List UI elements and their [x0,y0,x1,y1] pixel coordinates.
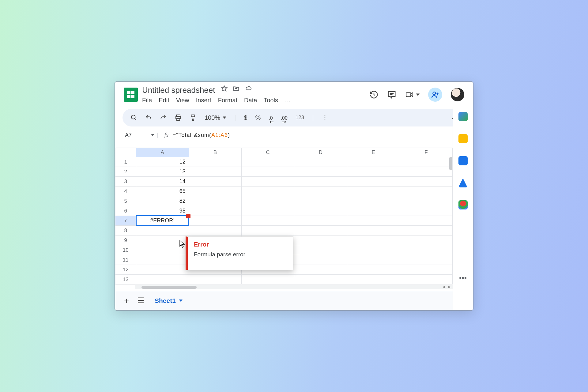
row-header-3[interactable]: 3 [115,177,136,187]
col-header-C[interactable]: C [242,148,294,157]
cell-D7[interactable] [294,216,347,226]
cell-E13[interactable] [347,275,400,285]
cell-F9[interactable] [400,236,452,245]
cell-E9[interactable] [347,236,400,245]
row-header-9[interactable]: 9 [115,236,136,245]
cell-B5[interactable] [189,196,241,206]
doc-title[interactable]: Untitled spreadsheet [142,85,215,95]
add-sheet-icon[interactable]: ＋ [123,295,130,306]
cell-A5[interactable]: 82 [136,196,189,206]
search-menus-icon[interactable] [130,114,137,121]
cell-D13[interactable] [294,275,347,285]
cell-B7[interactable] [189,216,241,226]
history-icon[interactable] [369,90,379,99]
number-format[interactable]: 123 [296,115,304,121]
cell-C13[interactable] [242,275,294,285]
row-header-13[interactable]: 13 [115,275,136,285]
cell-E10[interactable] [347,245,400,255]
cell-C4[interactable] [242,187,294,196]
cell-D1[interactable] [294,157,347,167]
decrease-decimal-icon[interactable]: .0 [269,114,273,121]
menu-format[interactable]: Format [218,97,237,104]
cell-E2[interactable] [347,167,400,177]
keep-app-icon[interactable] [458,134,468,143]
cell-A3[interactable]: 14 [136,177,189,187]
cell-E12[interactable] [347,265,400,275]
maps-app-icon[interactable] [458,200,468,209]
cloud-status-icon[interactable] [245,85,253,92]
cell-B1[interactable] [189,157,241,167]
all-sheets-icon[interactable]: ☰ [137,296,144,305]
cell-B2[interactable] [189,167,241,177]
cell-D4[interactable] [294,187,347,196]
comments-icon[interactable] [387,90,396,99]
redo-icon[interactable] [160,114,167,121]
cell-B4[interactable] [189,187,241,196]
select-all-corner[interactable] [115,148,136,157]
cell-B13[interactable] [189,275,241,285]
cell-F4[interactable] [400,187,452,196]
star-icon[interactable] [221,85,228,92]
menu-file[interactable]: File [142,97,152,104]
cell-D12[interactable] [294,265,347,275]
contacts-app-icon[interactable] [458,178,468,187]
sheets-logo[interactable] [124,88,138,102]
horizontal-scrollbar[interactable]: ◄ ► [135,285,453,289]
cell-E6[interactable] [347,206,400,216]
hscroll-left-icon[interactable]: ◄ [442,285,446,289]
sheet-tab-menu-icon[interactable] [179,299,183,302]
cell-B8[interactable] [189,226,241,236]
row-header-10[interactable]: 10 [115,245,136,255]
row-header-2[interactable]: 2 [115,167,136,177]
cell-F12[interactable] [400,265,452,275]
cell-D10[interactable] [294,245,347,255]
cell-A13[interactable] [136,275,189,285]
cell-B6[interactable] [189,206,241,216]
cell-E7[interactable] [347,216,400,226]
undo-icon[interactable] [145,114,152,121]
meet-icon[interactable] [405,91,420,99]
move-folder-icon[interactable] [232,85,240,92]
share-button[interactable] [428,88,442,102]
cell-E5[interactable] [347,196,400,206]
cell-C7[interactable] [242,216,294,226]
hscroll-thumb[interactable] [141,286,197,289]
cell-C2[interactable] [242,167,294,177]
row-header-1[interactable]: 1 [115,157,136,167]
print-icon[interactable] [175,114,182,121]
cell-A2[interactable]: 13 [136,167,189,177]
cell-D3[interactable] [294,177,347,187]
col-header-D[interactable]: D [294,148,347,157]
sheet-tab-sheet1[interactable]: Sheet1 [151,295,186,306]
menu-data[interactable]: Data [244,97,257,104]
row-header-4[interactable]: 4 [115,187,136,196]
hscroll-right-icon[interactable]: ► [447,285,451,289]
cell-F13[interactable] [400,275,452,285]
tasks-app-icon[interactable] [458,156,468,165]
account-avatar[interactable] [451,88,464,101]
cell-C1[interactable] [242,157,294,167]
cell-A7[interactable]: #ERROR! [136,216,189,226]
menu-tools[interactable]: Tools [264,97,278,104]
cell-F5[interactable] [400,196,452,206]
cell-D11[interactable] [294,255,347,265]
row-header-8[interactable]: 8 [115,226,136,236]
cell-D2[interactable] [294,167,347,177]
calendar-app-icon[interactable] [458,112,468,121]
cell-E8[interactable] [347,226,400,236]
cell-F11[interactable] [400,255,452,265]
menu-edit[interactable]: Edit [159,97,169,104]
row-header-6[interactable]: 6 [115,206,136,216]
cell-E4[interactable] [347,187,400,196]
cell-F3[interactable] [400,177,452,187]
formula-input[interactable]: ="Total"&sum(A1:A6) [173,132,230,138]
cell-A12[interactable] [136,265,189,275]
cell-B3[interactable] [189,177,241,187]
vscroll-thumb[interactable] [449,157,452,170]
cell-A1[interactable]: 12 [136,157,189,167]
cell-A8[interactable] [136,226,189,236]
cell-D6[interactable] [294,206,347,216]
cell-C8[interactable] [242,226,294,236]
cell-D8[interactable] [294,226,347,236]
paint-format-icon[interactable] [190,114,197,121]
